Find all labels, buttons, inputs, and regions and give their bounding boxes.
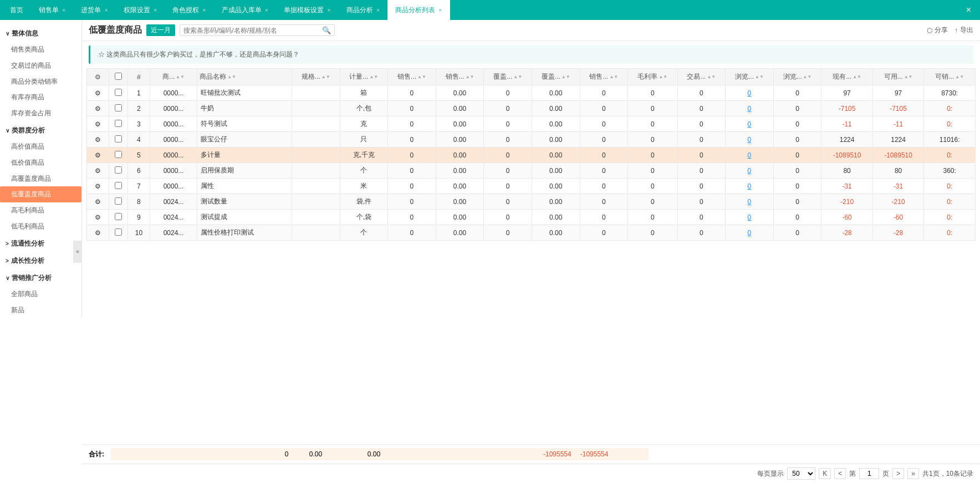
row-name[interactable]: 多计量 — [197, 148, 292, 163]
row-checkbox[interactable] — [109, 163, 127, 179]
th-stock1[interactable]: 现有... ▲▼ — [821, 69, 872, 85]
row-browse1[interactable]: 0 — [726, 163, 774, 179]
row-browse1[interactable]: 0 — [726, 179, 774, 194]
settings-icon[interactable]: ⚙ — [95, 73, 101, 81]
nav-templates[interactable]: 单据模板设置 × — [276, 0, 338, 20]
row-name[interactable]: 测试提成 — [197, 210, 292, 225]
th-sales-x[interactable]: 销售... ▲▼ — [580, 69, 628, 85]
row-name[interactable]: 旺铺批次测试 — [197, 85, 292, 101]
sidebar-item-stock-capital[interactable]: 库存资金占用 — [0, 105, 81, 121]
close-icon[interactable]: × — [62, 7, 65, 13]
nav-permissions[interactable]: 权限设置 × — [116, 0, 165, 20]
row-browse1[interactable]: 0 — [726, 132, 774, 148]
th-unit[interactable]: 计量... ▲▼ — [340, 69, 388, 85]
th-avail[interactable]: 可销... ▲▼ — [924, 69, 976, 85]
export-button[interactable]: ↑ 导出 — [955, 26, 973, 35]
per-page-select[interactable]: 50 100 200 — [787, 467, 815, 480]
row-settings[interactable]: ⚙ — [87, 163, 109, 179]
row-checkbox[interactable] — [109, 179, 127, 194]
th-cover2[interactable]: 覆盖... ▲▼ — [532, 69, 580, 85]
sidebar-item-sales-goods[interactable]: 销售类商品 — [0, 42, 81, 58]
row-browse1[interactable]: 0 — [726, 116, 774, 132]
sidebar-item-high-coverage[interactable]: 高覆盖度商品 — [0, 171, 81, 187]
prev-page-button[interactable]: < — [834, 468, 846, 479]
row-name[interactable]: 测试数量 — [197, 194, 292, 210]
row-settings[interactable]: ⚙ — [87, 225, 109, 241]
row-settings[interactable]: ⚙ — [87, 179, 109, 194]
th-name[interactable]: 商品名称 ▲▼ — [197, 69, 292, 85]
row-settings[interactable]: ⚙ — [87, 194, 109, 210]
sidebar-section-marketing[interactable]: ∨ 营销推广分析 — [0, 269, 81, 286]
close-icon[interactable]: × — [265, 7, 268, 13]
sidebar-item-new-goods[interactable]: 新品 — [0, 302, 81, 318]
row-browse1[interactable]: 0 — [726, 85, 774, 101]
nav-roles[interactable]: 角色授权 × — [165, 0, 213, 20]
row-name[interactable]: 牛奶 — [197, 101, 292, 116]
sidebar-section-circulation[interactable]: > 流通性分析 — [0, 235, 81, 252]
close-icon[interactable]: × — [154, 7, 157, 13]
sidebar-item-high-margin[interactable]: 高毛利商品 — [0, 202, 81, 218]
next-page-button[interactable]: > — [892, 468, 904, 479]
th-trade[interactable]: 交易... ▲▼ — [677, 69, 726, 85]
nav-products[interactable]: 产成品入库单 × — [214, 0, 276, 20]
sidebar-section-growth[interactable]: > 成长性分析 — [0, 252, 81, 269]
share-button[interactable]: ⬡ 分享 — [927, 26, 948, 35]
row-checkbox[interactable] — [109, 85, 127, 101]
row-browse1[interactable]: 0 — [726, 148, 774, 163]
row-name[interactable]: 符号测试 — [197, 116, 292, 132]
row-settings[interactable]: ⚙ — [87, 85, 109, 101]
row-browse1[interactable]: 0 — [726, 210, 774, 225]
close-icon[interactable]: × — [202, 7, 206, 13]
row-checkbox[interactable] — [109, 132, 127, 148]
sidebar-item-low-value[interactable]: 低价值商品 — [0, 155, 81, 171]
th-code[interactable]: 商... ▲▼ — [150, 69, 197, 85]
row-checkbox[interactable] — [109, 148, 127, 163]
sidebar-item-low-margin[interactable]: 低毛利商品 — [0, 218, 81, 235]
th-cover1[interactable]: 覆盖... ▲▼ — [484, 69, 532, 85]
sidebar-item-stocked-goods[interactable]: 有库存商品 — [0, 89, 81, 105]
row-settings[interactable]: ⚙ — [87, 210, 109, 225]
row-browse1[interactable]: 0 — [726, 101, 774, 116]
row-settings[interactable]: ⚙ — [87, 132, 109, 148]
th-sales-amt[interactable]: 销售... ▲▼ — [436, 69, 484, 85]
row-settings[interactable]: ⚙ — [87, 116, 109, 132]
sidebar-item-all-goods[interactable]: 全部商品 — [0, 286, 81, 302]
sidebar-item-high-value[interactable]: 高价值商品 — [0, 139, 81, 155]
first-page-button[interactable]: K — [819, 468, 831, 479]
time-filter-button[interactable]: 近一月 — [146, 24, 175, 36]
row-name[interactable]: 属性价格打印测试 — [197, 225, 292, 241]
row-browse1[interactable]: 0 — [726, 194, 774, 210]
row-checkbox[interactable] — [109, 225, 127, 241]
row-browse1[interactable]: 0 — [726, 225, 774, 241]
row-checkbox[interactable] — [109, 116, 127, 132]
sidebar-section-general[interactable]: ∨ 整体信息 — [0, 24, 81, 42]
close-all-button[interactable]: × — [959, 5, 978, 15]
row-settings[interactable]: ⚙ — [87, 148, 109, 163]
search-input[interactable] — [183, 27, 322, 34]
th-settings[interactable]: ⚙ — [87, 69, 109, 85]
th-spec[interactable]: 规格... ▲▼ — [292, 69, 340, 85]
nav-sales[interactable]: 销售单 × — [31, 0, 73, 20]
row-settings[interactable]: ⚙ — [87, 101, 109, 116]
row-checkbox[interactable] — [109, 194, 127, 210]
nav-analysis-list[interactable]: 商品分析列表 × — [387, 0, 450, 20]
th-browse2[interactable]: 浏览... ▲▼ — [773, 69, 821, 85]
select-all-checkbox[interactable] — [115, 73, 122, 80]
close-icon[interactable]: × — [327, 7, 330, 13]
th-stock2[interactable]: 可用... ▲▼ — [872, 69, 923, 85]
row-checkbox[interactable] — [109, 101, 127, 116]
close-icon[interactable]: × — [438, 7, 442, 13]
row-checkbox[interactable] — [109, 210, 127, 225]
collapse-sidebar-button[interactable]: « — [73, 241, 82, 263]
close-icon[interactable]: × — [376, 7, 380, 13]
sidebar-item-low-coverage[interactable]: 低覆盖度商品 — [0, 186, 81, 202]
row-name[interactable]: 启用保质期 — [197, 163, 292, 179]
sidebar-item-traded-goods[interactable]: 交易过的商品 — [0, 58, 81, 74]
table-wrapper[interactable]: ⚙ # 商... ▲▼ — [82, 68, 980, 444]
sidebar-item-category-rate[interactable]: 商品分类动销率 — [0, 74, 81, 90]
nav-home[interactable]: 首页 — [2, 0, 31, 20]
search-icon[interactable]: 🔍 — [322, 26, 331, 34]
row-name[interactable]: 眼宝公仔 — [197, 132, 292, 148]
sidebar-section-cluster[interactable]: ∨ 类群度分析 — [0, 121, 81, 139]
nav-analysis[interactable]: 商品分析 × — [339, 0, 387, 20]
